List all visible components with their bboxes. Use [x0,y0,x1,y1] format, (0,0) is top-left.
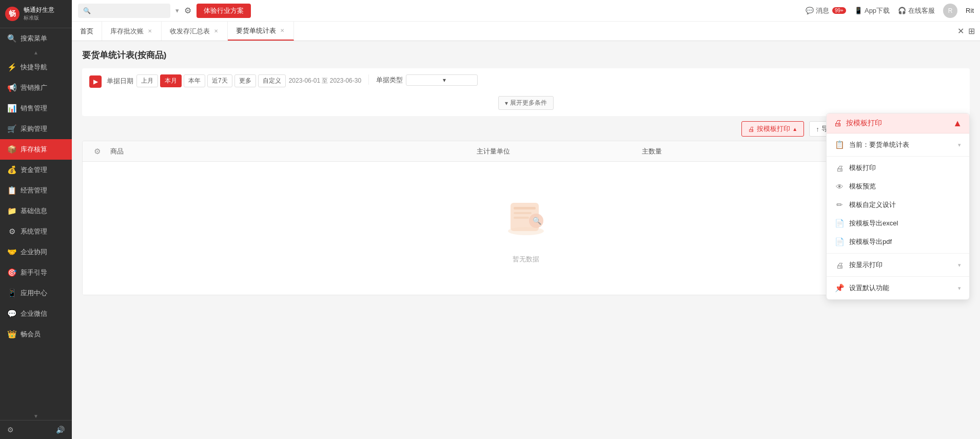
app-download-btn[interactable]: 📱 App下载 [854,6,890,15]
date-btn-this-month[interactable]: 本月 [160,74,182,87]
tab-order-stats[interactable]: 要货单统计表 ✕ [228,22,294,41]
support-icon: 🎧 [898,7,906,14]
tab-home[interactable]: 首页 [72,22,102,41]
dropdown-display-print-section: 🖨 按显示打印 ▾ [827,254,969,276]
sidebar-item-label: 基础信息 [21,206,47,216]
dropdown-template-design[interactable]: ✏ 模板自定义设计 [827,196,969,214]
window-close-btn[interactable]: ✕ [957,27,964,35]
table-settings-icon[interactable]: ⚙ [94,147,101,156]
current-template-icon: 📋 [835,140,844,149]
logo-text-block: 畅通好生意 标准版 [24,6,54,22]
sidebar-item-wechat[interactable]: 💬 企业微信 [0,303,72,324]
dropdown-current-template[interactable]: 📋 当前：要货单统计表 ▾ [827,136,969,154]
dropdown-close-button[interactable]: ▲ [953,119,962,128]
app-download-label: App下载 [865,6,890,15]
empty-text: 暂无数据 [513,255,539,264]
enterprise-icon: 🤝 [7,247,16,257]
sidebar-item-vip[interactable]: 👑 畅会员 [0,324,72,345]
sidebar-item-label: 企业协同 [21,247,47,257]
sidebar-item-marketing[interactable]: 📢 营销推广 [0,78,72,98]
date-btn-more[interactable]: 更多 [234,74,256,87]
date-filter-label: 单据日期 [107,77,133,86]
dropdown-header: 🖨 按模板打印 ▲ [827,113,969,133]
sidebar-item-label: 新手引导 [21,268,47,277]
dropdown-display-print-left: 🖨 按显示打印 [835,260,883,270]
vip-icon: 👑 [7,330,16,339]
tab-receipts-summary-close[interactable]: ✕ [213,27,219,35]
sidebar-item-operation[interactable]: 📋 经营管理 [0,180,72,201]
date-btn-last-month[interactable]: 上月 [136,74,158,87]
page-title: 要货单统计表(按商品) [82,49,970,61]
empty-illustration: 🔍 [500,193,552,249]
dropdown-template-excel[interactable]: 📄 按模板导出excel [827,214,969,233]
dropdown-display-print[interactable]: 🖨 按显示打印 ▾ [827,256,969,274]
topbar-search-icon: 🔍 [83,7,91,14]
page-content: 要货单统计表(按商品) ▶ 单据日期 上月 本月 本年 近7天 更多 自定义 2… [72,41,980,439]
tab-inventory-batch-close[interactable]: ✕ [147,27,153,35]
sidebar-item-beginner[interactable]: 🎯 新手引导 [0,262,72,283]
filter-expand-button[interactable]: ▶ [89,75,102,88]
tab-order-stats-label: 要货单统计表 [236,26,276,35]
sidebar-item-finance[interactable]: 💰 资金管理 [0,160,72,180]
tab-inventory-batch[interactable]: 库存批次账 ✕ [102,22,162,41]
beginner-icon: 🎯 [7,268,16,277]
window-maximize-btn[interactable]: ⊞ [968,27,975,35]
topbar-search-box[interactable]: 🔍 [78,4,170,18]
svg-rect-4 [514,217,529,219]
dropdown-template-pdf[interactable]: 📄 按模板导出pdf [827,233,969,251]
expand-more-button[interactable]: ▾ 展开更多条件 [498,96,554,110]
template-excel-label: 按模板导出excel [849,219,898,228]
template-pdf-label: 按模板导出pdf [849,237,892,246]
dropdown-template-print[interactable]: 🖨 模板打印 [827,159,969,177]
window-controls: ✕ ⊞ [957,22,980,41]
sidebar-item-shortcut[interactable]: ⚡ 快捷导航 [0,57,72,78]
topbar: 🔍 ▾ ⚙ 体验行业方案 💬 消息 99+ 📱 App下载 🎧 在线客服 R R [72,0,980,22]
messages-btn[interactable]: 💬 消息 99+ [806,6,846,15]
tab-home-label: 首页 [80,27,93,36]
type-filter-label: 单据类型 [376,75,403,85]
dropdown-title: 按模板打印 [846,119,882,128]
experience-button[interactable]: 体验行业方案 [197,4,251,18]
app-download-icon: 📱 [854,7,863,14]
tab-receipts-summary[interactable]: 收发存汇总表 ✕ [162,22,228,41]
sidebar-item-sales[interactable]: 📊 销售管理 [0,98,72,119]
default-feature-label: 设置默认功能 [849,283,889,293]
template-preview-label: 模板预览 [849,182,876,191]
topbar-right: 💬 消息 99+ 📱 App下载 🎧 在线客服 R Rit [806,4,974,18]
print-btn-label: 按模板打印 [757,124,790,133]
dropdown-default-feature[interactable]: 📌 设置默认功能 ▾ [827,279,969,297]
main-area: 🔍 ▾ ⚙ 体验行业方案 💬 消息 99+ 📱 App下载 🎧 在线客服 R R [72,0,980,439]
date-btn-custom[interactable]: 自定义 [258,74,286,87]
topbar-dropdown-icon[interactable]: ▾ [175,7,179,14]
sidebar-search[interactable]: 🔍 搜索菜单 [0,28,72,49]
sidebar-item-appstore[interactable]: 📱 应用中心 [0,283,72,303]
sidebar-item-system[interactable]: ⚙ 系统管理 [0,221,72,242]
print-icon: 🖨 [748,125,755,133]
scroll-up-btn[interactable]: ▲ [0,49,72,57]
topbar-gear-icon[interactable]: ⚙ [184,6,191,15]
online-support-label: 在线客服 [908,6,935,15]
date-btn-this-year[interactable]: 本年 [184,74,205,87]
dropdown-template-preview[interactable]: 👁 模板预览 [827,177,969,196]
sidebar-logo: 畅 畅通好生意 标准版 [0,0,72,28]
sidebar-item-purchase[interactable]: 🛒 采购管理 [0,119,72,139]
online-support-btn[interactable]: 🎧 在线客服 [898,6,935,15]
type-filter-select[interactable]: ▾ [406,74,478,86]
print-template-button[interactable]: 🖨 按模板打印 ▲ [741,121,804,137]
date-btn-last-7[interactable]: 近7天 [207,74,232,87]
tab-order-stats-close[interactable]: ✕ [279,27,285,34]
default-feature-icon: 📌 [835,283,844,293]
sidebar-item-inventory[interactable]: 📦 库存核算 [0,139,72,160]
sidebar-item-basics[interactable]: 📁 基础信息 [0,201,72,221]
user-avatar[interactable]: R [943,4,957,18]
sales-icon: 📊 [7,104,16,113]
scroll-down-btn[interactable]: ▼ [0,412,72,420]
logo-icon: 畅 [5,7,19,21]
svg-text:🔍: 🔍 [533,217,542,225]
tabbar: 首页 库存批次账 ✕ 收发存汇总表 ✕ 要货单统计表 ✕ ✕ ⊞ [72,22,980,41]
sidebar-item-enterprise[interactable]: 🤝 企业协同 [0,242,72,262]
type-filter-dropdown-icon: ▾ [443,77,473,84]
speaker-footer-icon[interactable]: 🔊 [56,426,65,434]
settings-footer-icon[interactable]: ⚙ [7,426,14,434]
export-icon: ↑ [816,125,819,133]
